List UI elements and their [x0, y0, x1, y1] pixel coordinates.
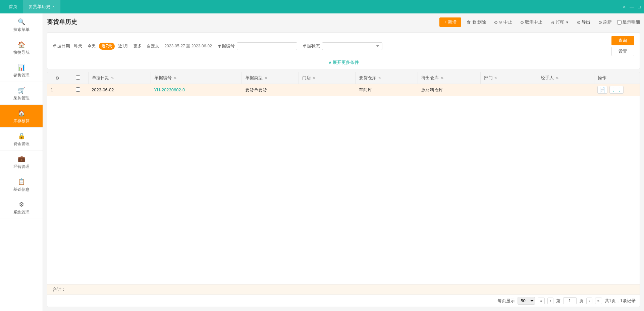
first-page-btn[interactable]: «	[538, 298, 545, 304]
tab-list: 首页 要货单历史 ×	[3, 0, 60, 13]
cancel-stop-button[interactable]: ⊙ 取消中止	[518, 18, 545, 27]
sidebar: 🔍 搜索菜单 🏠 快捷导航 📊 销售管理 🛒 采购管理 🏠 库存核算 🔒 资金管…	[0, 13, 43, 311]
handler-col-header[interactable]: 经手人 ⇅	[537, 72, 594, 84]
table-header-row: ⚙ 单据日期 ⇅ 单据编号 ⇅	[47, 72, 640, 84]
purchase-icon: 🛒	[18, 87, 25, 94]
row-warehouse: 车间库	[356, 84, 418, 96]
date-btn-custom[interactable]: 自定义	[145, 43, 161, 50]
window-maximize-btn[interactable]: □	[638, 4, 641, 9]
refresh-button[interactable]: ⊙ 刷新	[596, 18, 614, 27]
date-btn-last7days[interactable]: 近7天	[99, 43, 115, 50]
tab-close-icon[interactable]: ×	[52, 4, 55, 9]
row-edit-btn[interactable]: 📄	[597, 86, 607, 94]
dept-col-header[interactable]: 部门 ⇅	[480, 72, 537, 84]
last-page-btn[interactable]: »	[595, 298, 602, 304]
inventory-icon: 🏠	[18, 109, 25, 117]
check-col-header[interactable]	[68, 72, 88, 84]
row-date: 2023-06-02	[88, 84, 151, 96]
pending-col-header[interactable]: 待出仓库 ⇅	[418, 72, 480, 84]
status-filter: 单据状态	[303, 42, 382, 50]
stop-icon: ⊙	[494, 20, 498, 25]
print-icon: 🖨	[550, 20, 555, 25]
new-button[interactable]: + 新增	[439, 17, 461, 27]
pagination-area: 每页显示 50 20 100 « ‹ 第 页 › » 共1页，1条记录	[47, 295, 640, 307]
delete-icon: 🗑	[467, 20, 471, 25]
type-sort-icon: ⇅	[265, 76, 267, 80]
date-sort-icon: ⇅	[111, 76, 114, 80]
sidebar-item-basic-info[interactable]: 📋 基础信息	[0, 173, 43, 196]
page-number-input[interactable]	[563, 297, 577, 304]
next-page-btn[interactable]: ›	[586, 298, 592, 304]
date-btn-today[interactable]: 今天	[86, 43, 98, 50]
row-check[interactable]	[68, 84, 88, 96]
warehouse-col-header[interactable]: 要货仓库 ⇅	[356, 72, 418, 84]
date-btn-yesterday[interactable]: 昨天	[72, 43, 84, 50]
settings-col-header[interactable]: ⚙	[47, 72, 68, 84]
toolbar: + 新增 🗑 🗑 删除 ⊙ ⊙ 中止 ⊙ 取消中止 🖨 打印 ▼	[439, 17, 640, 27]
export-button[interactable]: ⊙ 导出	[574, 18, 593, 27]
page-title: 要货单历史	[47, 18, 77, 26]
main-layout: 🔍 搜索菜单 🏠 快捷导航 📊 销售管理 🛒 采购管理 🏠 库存核算 🔒 资金管…	[0, 13, 644, 311]
sidebar-item-purchase[interactable]: 🛒 采购管理	[0, 82, 43, 105]
sidebar-item-sales[interactable]: 📊 销售管理	[0, 59, 43, 82]
no-sort-icon: ⇅	[174, 76, 176, 80]
doc-no-filter: 单据编号	[217, 42, 297, 50]
operations-icon: 💼	[18, 155, 25, 163]
table-container: ⚙ 单据日期 ⇅ 单据编号 ⇅	[47, 72, 640, 307]
date-btn-last1month[interactable]: 近1月	[116, 43, 130, 50]
type-col-header[interactable]: 单据类型 ⇅	[242, 72, 299, 84]
content-area: 要货单历史 + 新增 🗑 🗑 删除 ⊙ ⊙ 中止 ⊙ 取消中止 🖨 打印	[43, 13, 644, 311]
stop-button[interactable]: ⊙ ⊙ 中止	[491, 18, 515, 27]
expand-filter-btn[interactable]: ∨ 展开更多条件	[328, 59, 359, 65]
row-pending: 原材料仓库	[418, 84, 480, 96]
sidebar-item-search-menu[interactable]: 🔍 搜索菜单	[0, 13, 43, 36]
query-button[interactable]: 查询	[611, 36, 634, 45]
row-more-btn[interactable]: ⋮⋮	[609, 86, 624, 94]
print-dropdown-icon: ▼	[566, 20, 569, 24]
window-minimize-btn[interactable]: —	[630, 4, 634, 9]
window-close-btn[interactable]: ×	[623, 4, 626, 9]
print-button[interactable]: 🖨 打印 ▼	[548, 18, 572, 27]
expand-icon: ∨	[328, 60, 332, 65]
doc-no-input[interactable]	[237, 42, 297, 50]
row-dept	[480, 84, 537, 96]
settings-button[interactable]: 设置	[611, 47, 634, 56]
tab-home[interactable]: 首页	[3, 0, 23, 13]
system-icon: ⚙	[19, 201, 24, 208]
date-btn-more[interactable]: 更多	[131, 43, 144, 50]
status-select[interactable]	[322, 42, 382, 50]
top-bar: 首页 要货单历史 × × — □	[0, 0, 644, 13]
date-button-group: 昨天 今天 近7天 近1月 更多 自定义	[72, 43, 161, 50]
cancel-stop-icon: ⊙	[520, 20, 524, 25]
sidebar-item-operations[interactable]: 💼 经营管理	[0, 150, 43, 173]
per-page-select[interactable]: 50 20 100	[518, 297, 535, 305]
show-detail-toggle[interactable]: 显示明细	[617, 19, 640, 25]
shop-col-header[interactable]: 门店 ⇅	[299, 72, 355, 84]
select-all-checkbox[interactable]	[76, 75, 80, 80]
tab-history[interactable]: 要货单历史 ×	[23, 0, 60, 13]
export-icon: ⊙	[577, 20, 581, 25]
data-table: ⚙ 单据日期 ⇅ 单据编号 ⇅	[47, 72, 640, 96]
row-actions: 📄 ⋮⋮	[594, 84, 640, 96]
table-row: 1 2023-06-02 YH-20230602-0 要货单要货 车间库 原材料…	[47, 84, 640, 96]
sidebar-item-system[interactable]: ⚙ 系统管理	[0, 196, 43, 219]
no-col-header[interactable]: 单据编号 ⇅	[151, 72, 241, 84]
settings-gear-icon: ⚙	[55, 76, 59, 81]
row-no: YH-20230602-0	[151, 84, 241, 96]
shop-sort-icon: ⇅	[313, 76, 315, 80]
row-checkbox[interactable]	[76, 87, 80, 92]
search-menu-icon: 🔍	[18, 18, 25, 26]
date-col-header[interactable]: 单据日期 ⇅	[88, 72, 151, 84]
delete-button[interactable]: 🗑 🗑 删除	[464, 18, 489, 27]
sidebar-item-inventory[interactable]: 🏠 库存核算	[0, 105, 43, 128]
dept-sort-icon: ⇅	[494, 76, 497, 80]
prev-page-btn[interactable]: ‹	[547, 298, 553, 304]
row-no-link[interactable]: YH-20230602-0	[154, 87, 185, 92]
filter-area: 单据日期 昨天 今天 近7天 近1月 更多 自定义 2023-05-27 至 2…	[47, 32, 640, 69]
finance-icon: 🔒	[18, 132, 25, 140]
row-shop	[299, 84, 355, 96]
sidebar-item-quick-nav[interactable]: 🏠 快捷导航	[0, 36, 43, 59]
show-detail-checkbox[interactable]	[617, 20, 622, 25]
sidebar-item-finance[interactable]: 🔒 资金管理	[0, 128, 43, 150]
basic-info-icon: 📋	[18, 178, 25, 185]
